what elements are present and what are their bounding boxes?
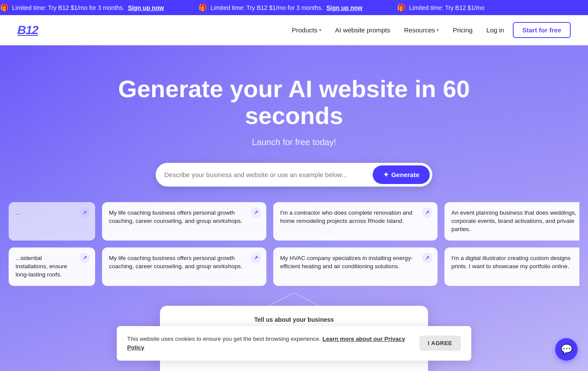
example-cards-row-1: ... ↗ My life coaching business offers p… [9,202,579,241]
arrow-icon-2-1: ↗ [80,253,90,263]
example-card-2-3[interactable]: My HVAC company specializes in installin… [273,247,438,286]
arrow-icon-2-3: ↗ [422,253,432,263]
business-description-input[interactable] [164,171,373,178]
example-card-text-2-1: ...sidential installations, ensure long-… [16,254,74,279]
example-card-2-1-partial[interactable]: ...sidential installations, ensure long-… [9,247,95,286]
start-for-free-button[interactable]: Start for free [513,22,571,38]
example-card-partial-left[interactable]: ... ↗ [9,202,95,241]
nav-link-products[interactable]: Products ▾ [292,26,321,34]
nav-item-ai-prompts: AI website prompts [335,26,390,34]
preview-tell-label: Tell us about your business [254,316,334,323]
hero-title: Generate your AI website in 60 seconds [99,76,489,129]
chat-icon: 💬 [561,344,572,355]
generate-button[interactable]: ✦ Generate [373,165,430,184]
example-card-2-4[interactable]: I'm a digital illustrator creating custo… [444,247,579,286]
chevron-down-icon-resources: ▾ [437,28,439,32]
promo-banner: 🎁 Limited time: Try B12 $1/mo for 3 mont… [0,0,588,15]
arrow-icon-2-2: ↗ [251,253,261,263]
example-card-text-1-1: My life coaching business offers persona… [109,209,246,225]
promo-link-1[interactable]: Sign up now [128,4,164,11]
example-card-2-2[interactable]: My life coaching business offers persona… [102,247,266,286]
nav-link-resources[interactable]: Resources ▾ [404,26,439,34]
sparkle-icon: ✦ [383,171,389,179]
example-card-text-2-4: I'm a digital illustrator creating custo… [451,254,579,271]
chat-button[interactable]: 💬 [555,338,578,361]
arrow-icon-1-2: ↗ [422,207,432,218]
example-card-1-1[interactable]: My life coaching business offers persona… [102,202,266,241]
example-card-1-3[interactable]: An event planning business that does wed… [444,202,579,241]
hero-subtitle: Launch for free today! [252,137,336,147]
promo-text-1: Limited time: Try B12 $1/mo for 3 months… [12,4,125,11]
cookie-text: This website uses cookies to ensure you … [127,335,411,352]
cookie-banner: This website uses cookies to ensure you … [117,326,471,361]
example-cards-row-2: ...sidential installations, ensure long-… [9,247,579,286]
example-card-text-2-2: My life coaching business offers persona… [109,254,246,271]
promo-text-3: Limited time: Try B12 $1/mo [409,4,484,11]
gift-icon-2: 🎁 [198,3,207,12]
logo[interactable]: B12 [17,23,38,37]
promo-item-1: 🎁 Limited time: Try B12 $1/mo for 3 mont… [0,3,164,12]
example-card-text-1-2: I'm a contractor who does complete renov… [280,209,417,225]
nav-item-resources: Resources ▾ [404,26,439,34]
promo-banner-inner: 🎁 Limited time: Try B12 $1/mo for 3 mont… [0,3,485,12]
nav-link-ai-prompts[interactable]: AI website prompts [335,26,390,34]
nav-link-pricing[interactable]: Pricing [453,26,473,34]
navbar: B12 Products ▾ AI website prompts Resour… [0,15,588,45]
promo-item-2: 🎁 Limited time: Try B12 $1/mo for 3 mont… [198,3,362,12]
login-link[interactable]: Log in [486,26,504,34]
example-card-text-2-3: My HVAC company specializes in installin… [280,254,417,271]
hero-section: Generate your AI website in 60 seconds L… [0,45,588,371]
promo-text-2: Limited time: Try B12 $1/mo for 3 months… [211,4,323,11]
example-card-text-1-3: An event planning business that does wed… [451,209,579,234]
arrow-icon: ↗ [80,207,90,218]
gift-icon-1: 🎁 [0,3,9,12]
gift-icon-3: 🎁 [397,3,406,12]
nav-item-products: Products ▾ [292,26,321,34]
nav-cta-group: Log in Start for free [486,22,571,38]
cookie-agree-button[interactable]: I AGREE [419,336,461,351]
nav-item-pricing: Pricing [453,26,473,34]
chevron-down-icon-products: ▾ [319,28,321,32]
promo-link-2[interactable]: Sign up now [326,4,362,11]
hero-input-wrap: ✦ Generate [156,163,432,187]
nav-links: Products ▾ AI website prompts Resources … [292,26,473,34]
promo-item-3: 🎁 Limited time: Try B12 $1/mo [397,3,484,12]
example-card-1-2[interactable]: I'm a contractor who does complete renov… [273,202,438,241]
arrow-icon-1-1: ↗ [251,207,261,218]
